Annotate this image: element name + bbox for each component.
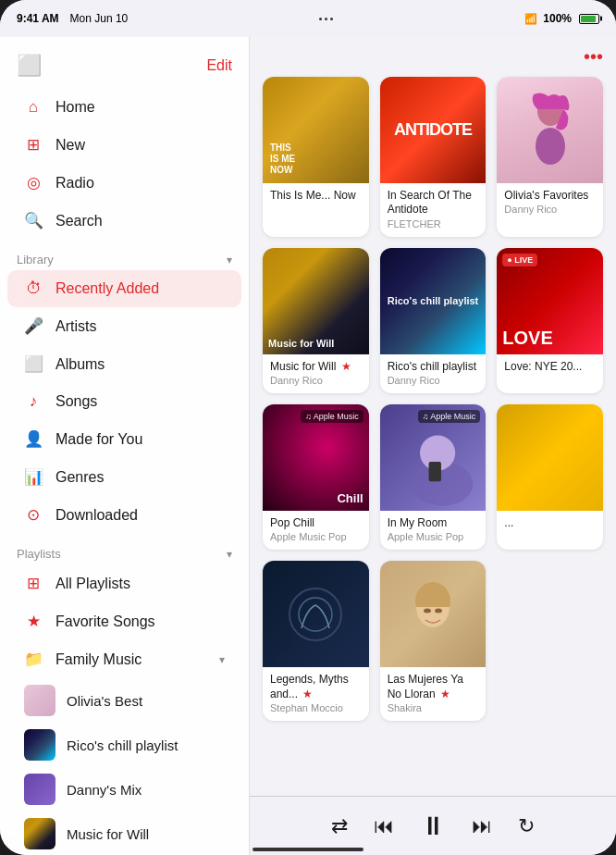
playlist-item-ricos-chill[interactable]: Rico's chill playlist: [0, 723, 249, 767]
recently-added-label: Recently Added: [55, 280, 159, 297]
svg-point-9: [435, 608, 442, 613]
jennifer-title: This Is Me... Now: [270, 189, 362, 204]
olivia-info: Olivia's Favorites Danny Rico: [497, 183, 603, 223]
inmyroom-illustration: [380, 404, 487, 511]
nav-item-radio[interactable]: ◎ Radio: [7, 164, 241, 202]
playback-bar: ⇄ ⏮ ⏸ ⏭ ↻: [250, 796, 616, 855]
playlist-item-dannys-mix[interactable]: Danny's Mix: [0, 767, 249, 812]
previous-button[interactable]: ⏮: [374, 814, 394, 838]
nav-radio-label: Radio: [55, 175, 94, 192]
love-info: Love: NYE 20...: [497, 354, 603, 382]
nav-item-search[interactable]: 🔍 Search: [7, 202, 241, 240]
playlist-item-olivias-best[interactable]: Olivia's Best: [0, 678, 249, 723]
downloaded-label: Downloaded: [55, 507, 138, 524]
musicwill-art-text: Music for Will: [263, 248, 369, 354]
nav-item-recently-added[interactable]: ⏱ Recently Added: [7, 270, 241, 307]
ricos-chill-label: Rico's chill playlist: [67, 737, 178, 753]
nav-item-all-playlists[interactable]: ⊞ All Playlists: [7, 564, 241, 602]
albums-label: Albums: [55, 356, 105, 373]
music-for-will-label: Music for Will: [67, 826, 149, 842]
family-music-icon: 📁: [24, 650, 43, 669]
nav-home-label: Home: [55, 99, 95, 116]
shuffle-button[interactable]: ⇄: [331, 814, 348, 838]
edit-button[interactable]: Edit: [206, 57, 232, 74]
playlists-chevron-icon[interactable]: ▾: [227, 548, 232, 561]
family-music-chevron-icon: ▾: [219, 653, 225, 666]
artists-icon: 🎤: [24, 316, 43, 336]
album-card-yellow[interactable]: ...: [497, 404, 603, 550]
nav-item-favorite-songs[interactable]: ★ Favorite Songs: [7, 602, 241, 640]
status-time: 9:41 AM: [17, 12, 59, 25]
ipad-frame: 9:41 AM Mon Jun 10 📶 100% ⬜ Edit: [0, 0, 616, 855]
status-bar-left: 9:41 AM Mon Jun 10: [17, 12, 128, 25]
olivias-best-label: Olivia's Best: [67, 693, 142, 709]
dannys-mix-art: [24, 774, 55, 805]
repeat-button[interactable]: ↻: [518, 814, 535, 838]
play-pause-button[interactable]: ⏸: [420, 811, 446, 841]
genres-icon: 📊: [24, 467, 43, 487]
nav-item-songs[interactable]: ♪ Songs: [7, 383, 241, 420]
playback-spacer: [250, 734, 616, 793]
jennifer-art: THISIS MENOW: [263, 77, 369, 183]
artists-label: Artists: [55, 318, 96, 335]
svg-rect-4: [428, 462, 440, 481]
svg-point-8: [424, 608, 431, 613]
status-date: Mon Jun 10: [70, 12, 129, 25]
love-title: Love: NYE 20...: [504, 360, 596, 375]
album-card-love[interactable]: ● LIVE LOVE Love: NYE 20...: [497, 248, 603, 393]
rico-art: Rico's chill playlist: [380, 248, 487, 354]
more-options-button[interactable]: •••: [584, 46, 603, 68]
musicwill-subtitle: Danny Rico: [270, 375, 362, 386]
shakira-art: [380, 561, 487, 667]
inmyroom-title: In My Room: [388, 516, 479, 531]
popchill-art-text: Chill: [337, 491, 363, 505]
album-card-olivia[interactable]: Olivia's Favorites Danny Rico: [497, 77, 603, 237]
album-card-jennifer[interactable]: THISIS MENOW This Is Me... Now: [263, 77, 369, 237]
antidote-text: ANTIDOTE: [390, 117, 475, 143]
favorite-songs-icon: ★: [24, 612, 43, 631]
library-section-header: Library ▾: [0, 240, 249, 270]
nav-item-home[interactable]: ⌂ Home: [7, 89, 241, 126]
nav-item-family-music[interactable]: 📁 Family Music ▾: [7, 640, 241, 678]
shakira-star: ★: [440, 688, 450, 700]
album-card-antidote[interactable]: ANTIDOTE In Search Of The Antidote FLETC…: [380, 77, 487, 237]
album-card-rico[interactable]: Rico's chill playlist Rico's chill playl…: [380, 248, 487, 393]
next-button[interactable]: ⏭: [472, 814, 492, 838]
album-card-shakira[interactable]: Las Mujeres Ya No Lloran ★ Shakira: [380, 561, 487, 721]
legends-info: Legends, Myths and... ★ Stephan Moccio: [263, 667, 369, 721]
olivia-title: Olivia's Favorites: [504, 189, 596, 204]
nav-item-albums[interactable]: ⬜ Albums: [7, 345, 241, 383]
olivia-art: [497, 77, 603, 183]
popchill-art: ♫ Apple Music Chill: [263, 404, 369, 511]
album-card-inmyroom[interactable]: ♫ Apple Music In My Room Apple Music Pop: [380, 404, 487, 550]
svg-point-6: [299, 598, 332, 631]
inmyroom-info: In My Room Apple Music Pop: [380, 511, 487, 551]
all-playlists-label: All Playlists: [55, 576, 130, 592]
legends-svg: [283, 582, 348, 647]
ricos-chill-art: [24, 729, 55, 761]
olivias-best-art: [24, 685, 55, 716]
album-card-musicwill[interactable]: Music for Will Music for Will ★ Danny Ri…: [263, 248, 369, 393]
rico-subtitle: Danny Rico: [388, 375, 479, 386]
nav-item-genres[interactable]: 📊 Genres: [7, 458, 241, 496]
playlists-label: Playlists: [17, 547, 61, 561]
nav-new-label: New: [55, 137, 85, 154]
sidebar: ⬜ Edit ⌂ Home ⊞ New ◎ Radio 🔍 Search: [0, 37, 250, 855]
status-bar-center: [319, 18, 333, 20]
nav-item-made-for-you[interactable]: 👤 Made for You: [7, 420, 241, 458]
olivia-subtitle: Danny Rico: [504, 204, 596, 215]
rico-info: Rico's chill playlist Danny Rico: [380, 354, 487, 394]
playlist-item-music-for-will[interactable]: Music for Will: [0, 812, 249, 855]
dannys-mix-thumb: [24, 774, 55, 805]
yellow-art: [497, 404, 603, 511]
library-chevron-icon[interactable]: ▾: [227, 254, 232, 266]
album-card-legends[interactable]: Legends, Myths and... ★ Stephan Moccio: [263, 561, 369, 721]
nav-item-downloaded[interactable]: ⊙ Downloaded: [7, 496, 241, 534]
dannys-mix-label: Danny's Mix: [67, 782, 142, 798]
legends-art: [263, 561, 369, 667]
olivia-character-svg: [523, 93, 578, 167]
nav-item-new[interactable]: ⊞ New: [7, 126, 241, 164]
album-card-popchill[interactable]: ♫ Apple Music Chill Pop Chill Apple Musi…: [263, 404, 369, 550]
home-indicator: [253, 848, 363, 851]
nav-item-artists[interactable]: 🎤 Artists: [7, 307, 241, 345]
